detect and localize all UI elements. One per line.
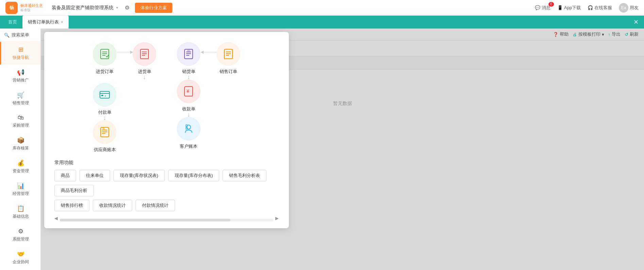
purchase-order-label: 进货订单 bbox=[96, 69, 114, 75]
customer-ledger-circle bbox=[177, 117, 201, 141]
modal-box: 进货订单 ¥ 付款单 ↓ 账 bbox=[44, 32, 289, 228]
svg-text:¥: ¥ bbox=[105, 95, 106, 97]
sales-order-circle bbox=[216, 42, 240, 66]
func-btn-4[interactable]: 销售毛利分析表 bbox=[223, 170, 266, 181]
service-icon: 🎧 bbox=[588, 5, 593, 10]
purchase-order-circle bbox=[93, 42, 117, 66]
h-arrow-1: ————▶ bbox=[117, 50, 133, 54]
supplier-ledger-circle: 账 bbox=[93, 120, 117, 144]
sales-bill-node: 销货单 bbox=[177, 42, 201, 75]
func-btn-6[interactable]: 销售排行榜 bbox=[54, 200, 89, 211]
operations-icon: 📊 bbox=[17, 182, 24, 190]
customer-ledger-node: 客户账本 bbox=[177, 117, 201, 149]
receipt-circle: ¥ bbox=[177, 79, 201, 103]
message-badge: 6 bbox=[549, 2, 554, 6]
scroll-right-icon[interactable]: ▶ bbox=[275, 216, 279, 221]
tab-bar: 首页 销售订单执行表 × ✕ bbox=[0, 16, 644, 29]
sidebar-item-basic-info[interactable]: 📋 基础信息 bbox=[0, 201, 40, 223]
logo-area: 畅 畅康通好生意 标准版 bbox=[5, 2, 46, 14]
payment-node: ¥ 付款单 bbox=[93, 83, 117, 115]
sidebar-item-purchase[interactable]: 🛍 采购管理 bbox=[0, 110, 40, 132]
dropdown-arrow-icon[interactable]: ▾ bbox=[116, 6, 118, 10]
svg-rect-21 bbox=[187, 50, 190, 51]
logo-icon: 畅 bbox=[5, 2, 18, 14]
inventory-icon: 📦 bbox=[17, 137, 24, 144]
content-area: ❓ 帮助 🖨 按模板打印 ▾ ↑ 导出 ↺ 刷新 📅 bbox=[41, 29, 644, 270]
message-button[interactable]: 💬 消息 6 bbox=[535, 5, 551, 11]
avatar: Ea bbox=[619, 3, 628, 13]
sales-bill-circle bbox=[177, 42, 201, 66]
settings-icon[interactable]: ⚙ bbox=[125, 4, 129, 11]
sidebar-item-inventory[interactable]: 📦 库存核算 bbox=[0, 132, 40, 155]
modal-overlay[interactable]: 进货订单 ¥ 付款单 ↓ 账 bbox=[41, 29, 644, 270]
search-icon: 🔍 bbox=[4, 33, 10, 38]
logo-text: 畅康通好生意 标准版 bbox=[20, 3, 43, 12]
purchase-order-node: 进货订单 bbox=[93, 42, 117, 75]
download-icon: 📱 bbox=[557, 5, 563, 10]
top-bar: 畅 畅康通好生意 标准版 装备及固定资产辅助管理系统 ▾ ⚙ 体验行业方案 💬 … bbox=[0, 0, 644, 16]
func-btn-7[interactable]: 收款情况统计 bbox=[93, 200, 132, 211]
sidebar-item-marketing[interactable]: 📢 营销推广 bbox=[0, 65, 40, 87]
sidebar-item-system[interactable]: ⚙ 系统管理 bbox=[0, 223, 40, 246]
app-download-button[interactable]: 📱 App下载 bbox=[557, 5, 581, 11]
func-btn-5[interactable]: 商品毛利分析 bbox=[54, 185, 94, 196]
supplier-ledger-node: 账 供应商账本 bbox=[93, 120, 117, 153]
modal-scrollbar-thumb bbox=[60, 219, 230, 221]
modal-scrollbar[interactable] bbox=[60, 219, 273, 221]
scroll-left-icon[interactable]: ◀ bbox=[54, 216, 58, 221]
enterprise-icon: 🤝 bbox=[17, 250, 24, 258]
purchase-receipt-node: 进货单 bbox=[133, 42, 156, 75]
basic-info-icon: 📋 bbox=[17, 205, 24, 212]
sales-icon: 🛒 bbox=[17, 91, 24, 99]
sidebar-item-enterprise[interactable]: 🤝 企业协同 bbox=[0, 246, 40, 269]
svg-text:¥: ¥ bbox=[186, 88, 189, 94]
sidebar-item-quick-nav[interactable]: ⊞ 快捷导航 bbox=[0, 42, 40, 65]
supplier-ledger-label: 供应商账本 bbox=[94, 147, 116, 153]
marketing-icon: 📢 bbox=[17, 69, 24, 76]
sidebar-item-finance[interactable]: 💰 资金管理 bbox=[0, 155, 40, 178]
tab-bar-close-icon[interactable]: ✕ bbox=[631, 18, 641, 26]
user-menu[interactable]: Ea 用友 bbox=[619, 3, 639, 13]
common-funcs: 常用功能 商品 往来单位 现存量(库存状况表) 现存量(库存分布表) 销售毛利分… bbox=[54, 160, 279, 211]
payment-circle: ¥ bbox=[93, 83, 117, 107]
svg-text:账: 账 bbox=[103, 127, 105, 130]
system-icon: ⚙ bbox=[18, 228, 23, 235]
func-row-2: 销售排行榜 收款情况统计 付款情况统计 bbox=[54, 200, 279, 211]
search-menu[interactable]: 🔍 搜索菜单 bbox=[0, 29, 40, 42]
common-funcs-title: 常用功能 bbox=[54, 160, 279, 166]
func-btn-1[interactable]: 往来单位 bbox=[80, 170, 110, 181]
func-btn-8[interactable]: 付款情况统计 bbox=[136, 200, 175, 211]
func-btn-2[interactable]: 现存量(库存状况表) bbox=[114, 170, 165, 181]
sidebar-item-operations[interactable]: 📊 经营管理 bbox=[0, 178, 40, 201]
sidebar-item-sales[interactable]: 🛒 销售管理 bbox=[0, 87, 40, 110]
down-arrow-2: ↓ bbox=[103, 115, 106, 120]
h-arrow-2: ◀———— bbox=[201, 50, 216, 54]
func-btn-3[interactable]: 现存量(库存分布表) bbox=[168, 170, 220, 181]
tab-home[interactable]: 首页 bbox=[3, 16, 22, 29]
quick-nav-icon: ⊞ bbox=[18, 46, 23, 53]
sales-order-label: 销售订单 bbox=[220, 69, 237, 75]
func-row-1: 商品 往来单位 现存量(库存状况表) 现存量(库存分布表) 销售毛利分析表 商品… bbox=[54, 170, 279, 196]
customer-ledger-label: 客户账本 bbox=[180, 143, 197, 149]
tab-sales-order[interactable]: 销售订单执行表 × bbox=[22, 16, 69, 29]
message-icon: 💬 bbox=[535, 5, 540, 10]
online-service-button[interactable]: 🎧 在线客服 bbox=[588, 5, 612, 11]
purchase-icon: 🛍 bbox=[18, 114, 24, 121]
sales-order-node: 销售订单 bbox=[216, 42, 240, 75]
tab-close-icon[interactable]: × bbox=[61, 20, 63, 24]
sidebar: 🔍 搜索菜单 ⊞ 快捷导航 📢 营销推广 🛒 销售管理 🛍 采购管理 📦 库存核… bbox=[0, 29, 41, 270]
top-right-actions: 💬 消息 6 📱 App下载 🎧 在线客服 Ea 用友 bbox=[535, 3, 639, 13]
modal-scrollbar-row: ◀ ▶ bbox=[54, 215, 279, 221]
svg-rect-6 bbox=[101, 95, 103, 96]
func-btn-0[interactable]: 商品 bbox=[54, 170, 76, 181]
experience-button[interactable]: 体验行业方案 bbox=[135, 3, 172, 13]
system-title: 装备及固定资产辅助管理系统 ▾ ⚙ bbox=[52, 4, 129, 11]
purchase-receipt-circle bbox=[133, 42, 156, 66]
receipt-node: ¥ 收款单 bbox=[177, 79, 201, 112]
finance-icon: 💰 bbox=[17, 159, 24, 167]
main-layout: 🔍 搜索菜单 ⊞ 快捷导航 📢 营销推广 🛒 销售管理 🛍 采购管理 📦 库存核… bbox=[0, 29, 644, 270]
